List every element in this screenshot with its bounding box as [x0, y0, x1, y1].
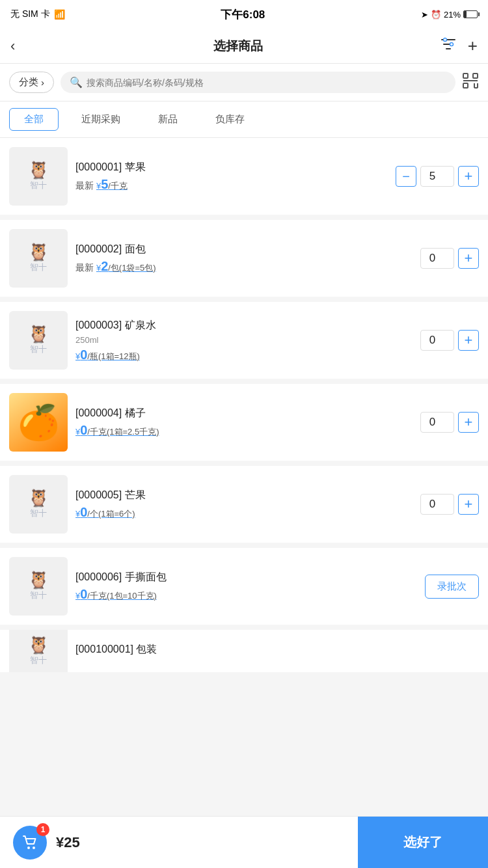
scan-icon[interactable]	[462, 72, 479, 93]
price-underline: ¥5/千克	[96, 180, 128, 191]
nav-bar: ‹ 选择商品 +	[0, 29, 488, 64]
search-input[interactable]	[87, 77, 446, 88]
quantity-control: +	[420, 494, 479, 515]
svg-point-4	[450, 43, 453, 46]
batch-control: 录批次	[425, 575, 479, 599]
price-unit: /千克	[108, 181, 128, 191]
product-price: 最新 ¥2/包(1袋=5包)	[75, 259, 413, 274]
price-amount: 0	[80, 587, 87, 601]
brand-logo-icon: 🦉	[28, 489, 49, 506]
price-underline: ¥0/千克(1包=10千克)	[75, 590, 157, 601]
price-amount: 0	[80, 423, 87, 437]
filter-icon[interactable]	[441, 37, 456, 55]
status-time: 下午6:08	[221, 7, 265, 22]
price-unit: /个(1箱=6个)	[87, 509, 135, 519]
cart-icon	[21, 834, 39, 852]
brand-text: 智十	[30, 508, 47, 519]
list-item: 🦉 智十 [0000002] 面包 最新 ¥2/包(1袋=5包) +	[0, 220, 488, 297]
product-name: [0000001] 苹果	[75, 161, 388, 174]
price-unit: /瓶(1箱=12瓶)	[87, 351, 140, 361]
list-item: 🦉 智十 [000100001] 包装	[0, 630, 488, 672]
brand-text: 智十	[30, 262, 47, 273]
cart-badge: 1	[36, 823, 49, 836]
battery-icon	[463, 10, 478, 18]
increase-button[interactable]: +	[458, 330, 479, 351]
tab-recent[interactable]: 近期采购	[66, 108, 135, 131]
price-underline: ¥0/个(1箱=6个)	[75, 508, 135, 519]
cart-total: ¥25	[56, 834, 80, 851]
price-amount: 2	[101, 259, 108, 273]
back-button[interactable]: ‹	[10, 38, 36, 55]
product-info: [0000001] 苹果 最新 ¥5/千克	[75, 161, 388, 192]
tab-new[interactable]: 新品	[143, 108, 193, 131]
tab-bar: 全部 近期采购 新品 负库存	[0, 102, 488, 138]
quantity-input[interactable]	[420, 494, 454, 515]
increase-button[interactable]: +	[458, 166, 479, 187]
tab-all[interactable]: 全部	[9, 108, 59, 131]
product-image: 🦉 智十	[9, 630, 68, 672]
product-image: 🦉 智十	[9, 229, 68, 288]
tab-negative[interactable]: 负库存	[200, 108, 260, 131]
bottom-bar: 1 ¥25 选好了	[0, 816, 488, 868]
battery-percent: 21%	[444, 10, 461, 20]
price-unit: /千克(1包=10千克)	[87, 591, 157, 601]
brand-text: 智十	[30, 655, 47, 666]
alarm-icon: ⏰	[431, 10, 441, 20]
list-item: 🦉 智十 [0000006] 手撕面包 ¥0/千克(1包=10千克) 录批次	[0, 548, 488, 625]
brand-logo-icon: 🦉	[28, 325, 49, 342]
svg-rect-6	[473, 74, 478, 78]
cart-button[interactable]: 1	[13, 826, 47, 860]
svg-point-12	[27, 847, 30, 849]
product-info: [0000004] 橘子 ¥0/千克(1箱=2.5千克)	[75, 407, 413, 438]
orange-emoji: 🍊	[18, 403, 60, 442]
brand-logo-icon: 🦉	[28, 571, 49, 588]
status-left: 无 SIM 卡 📶	[10, 8, 65, 20]
product-info: [0000006] 手撕面包 ¥0/千克(1包=10千克)	[75, 571, 417, 602]
increase-button[interactable]: +	[458, 412, 479, 433]
add-button[interactable]: +	[468, 36, 478, 56]
category-button[interactable]: 分类 ›	[9, 72, 54, 93]
confirm-button[interactable]: 选好了	[358, 817, 488, 869]
quantity-input[interactable]	[420, 166, 454, 187]
product-price: ¥0/千克(1箱=2.5千克)	[75, 423, 413, 438]
product-name: [0000006] 手撕面包	[75, 571, 417, 584]
product-name: [0000004] 橘子	[75, 407, 413, 420]
price-amount: 0	[80, 505, 87, 519]
location-icon: ➤	[421, 10, 428, 20]
product-name: [0000005] 芒果	[75, 489, 413, 502]
increase-button[interactable]: +	[458, 248, 479, 269]
list-item: 🦉 智十 [0000001] 苹果 最新 ¥5/千克 − +	[0, 138, 488, 215]
svg-rect-7	[463, 83, 468, 88]
status-bar: 无 SIM 卡 📶 下午6:08 ➤ ⏰ 21%	[0, 0, 488, 29]
price-underline: ¥2/包(1袋=5包)	[96, 262, 156, 273]
category-arrow: ›	[41, 77, 44, 88]
batch-button[interactable]: 录批次	[425, 575, 479, 599]
filter-bar: 分类 › 🔍	[0, 64, 488, 102]
product-spec: 250ml	[75, 335, 413, 345]
price-amount: 0	[80, 347, 87, 362]
product-name: [0000003] 矿泉水	[75, 319, 413, 332]
price-label: 最新	[75, 262, 96, 273]
quantity-input[interactable]	[420, 330, 454, 351]
price-underline: ¥0/千克(1箱=2.5千克)	[75, 426, 159, 437]
cart-section: 1 ¥25	[13, 826, 80, 860]
product-name: [000100001] 包装	[75, 643, 479, 657]
increase-button[interactable]: +	[458, 494, 479, 515]
price-label: 最新	[75, 180, 96, 191]
product-info: [0000003] 矿泉水 250ml ¥0/瓶(1箱=12瓶)	[75, 319, 413, 362]
svg-rect-5	[463, 74, 468, 78]
brand-logo-icon: 🦉	[28, 636, 49, 653]
product-image: 🦉 智十	[9, 147, 68, 206]
product-info: [000100001] 包装	[75, 643, 479, 659]
product-price: ¥0/千克(1包=10千克)	[75, 587, 417, 602]
quantity-input[interactable]	[420, 248, 454, 269]
list-item: 🍊 [0000004] 橘子 ¥0/千克(1箱=2.5千克) +	[0, 384, 488, 461]
decrease-button[interactable]: −	[396, 166, 416, 187]
product-info: [0000005] 芒果 ¥0/个(1箱=6个)	[75, 489, 413, 520]
quantity-control: +	[420, 330, 479, 351]
search-box: 🔍	[61, 72, 455, 93]
price-unit: /千克(1箱=2.5千克)	[87, 427, 159, 437]
quantity-input[interactable]	[420, 412, 454, 433]
price-unit: /包(1袋=5包)	[108, 263, 156, 273]
wifi-icon: 📶	[54, 9, 65, 20]
